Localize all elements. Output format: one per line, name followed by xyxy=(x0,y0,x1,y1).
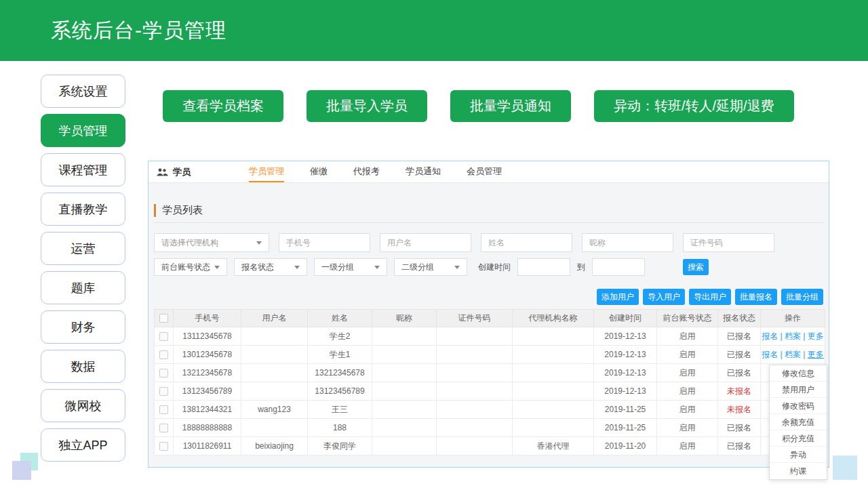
nickname-cell xyxy=(372,364,437,382)
more-menu-item[interactable]: 修改密码 xyxy=(770,398,827,414)
created-cell: 2019-12-13 xyxy=(594,382,657,401)
more-menu-item[interactable]: 修改信息 xyxy=(770,365,827,382)
more-dropdown-menu: 修改信息禁用用户修改密码余额充值积分充值异动约课 xyxy=(769,365,827,480)
id-number-input[interactable] xyxy=(683,233,774,252)
chevron-down-icon xyxy=(214,266,220,269)
more-menu-item[interactable]: 异动 xyxy=(770,447,827,463)
phone-input[interactable] xyxy=(279,233,370,252)
name-cell: 学生2 xyxy=(308,327,372,346)
module-label-text: 学员 xyxy=(173,166,191,178)
table-row: 13123456789131234567892019-12-13启用未报名 xyxy=(155,382,825,401)
row-action-enroll[interactable]: 报名 xyxy=(762,331,778,341)
student-table: 手机号用户名姓名昵称证件号码代理机构名称创建时间前台账号状态报名状态操作 131… xyxy=(154,309,825,455)
row-action-file[interactable]: 档案 xyxy=(785,350,801,359)
filter-row-1: 请选择代理机构 xyxy=(154,233,823,252)
select-all-header xyxy=(155,310,174,327)
sidebar-item-live-teaching[interactable]: 直播教学 xyxy=(41,192,125,226)
quick-actions-bar: 查看学员档案批量导入学员批量学员通知异动：转班/转人/延期/退费 xyxy=(163,90,794,122)
page-title: 系统后台-学员管理 xyxy=(51,17,226,45)
row-checkbox[interactable] xyxy=(159,369,168,378)
sidebar: 系统设置学员管理课程管理直播教学运营题库财务数据微网校独立APP xyxy=(41,75,125,468)
phone-cell: 18888888888 xyxy=(174,419,241,437)
row-action-more[interactable]: 更多 xyxy=(808,350,824,359)
created-to-input[interactable] xyxy=(592,258,645,276)
select-all-checkbox[interactable] xyxy=(159,314,168,323)
row-action-file[interactable]: 档案 xyxy=(785,331,801,341)
quick-action-transfer-actions[interactable]: 异动：转班/转人/延期/退费 xyxy=(594,90,794,122)
select-placeholder: 二级分组 xyxy=(401,262,434,273)
username-cell xyxy=(241,382,308,401)
enroll-status-cell: 已报名 xyxy=(718,327,761,346)
select-cell xyxy=(155,382,174,401)
id-number-cell xyxy=(437,346,513,364)
add-user-button[interactable]: 添加用户 xyxy=(597,289,639,305)
id-number-cell xyxy=(437,437,513,455)
row-checkbox[interactable] xyxy=(159,424,168,432)
username-cell: beixiaojing xyxy=(241,437,308,455)
tab-payment-reminder[interactable]: 催缴 xyxy=(310,161,328,182)
import-user-button[interactable]: 导入用户 xyxy=(643,289,685,305)
select-placeholder: 前台账号状态 xyxy=(161,262,210,273)
id-number-cell xyxy=(437,382,513,401)
sidebar-item-data[interactable]: 数据 xyxy=(41,350,125,383)
chevron-down-icon xyxy=(294,266,300,269)
more-menu-item[interactable]: 余额充值 xyxy=(770,414,827,430)
group-level1-select[interactable]: 一级分组 xyxy=(314,258,387,276)
row-action-more[interactable]: 更多 xyxy=(808,331,824,341)
account-status-select[interactable]: 前台账号状态 xyxy=(154,258,227,276)
group-level2-select[interactable]: 二级分组 xyxy=(394,258,467,276)
row-checkbox[interactable] xyxy=(159,387,168,396)
agency-select[interactable]: 请选择代理机构 xyxy=(154,233,269,252)
more-menu-item[interactable]: 约课 xyxy=(770,463,827,479)
created-from-input[interactable] xyxy=(517,258,570,276)
export-user-button[interactable]: 导出用户 xyxy=(689,289,731,305)
account-status-cell: 启用 xyxy=(657,364,718,382)
sidebar-item-question-bank[interactable]: 题库 xyxy=(41,271,125,304)
sidebar-item-student-management[interactable]: 学员管理 xyxy=(41,114,125,147)
quick-action-batch-import-students[interactable]: 批量导入学员 xyxy=(307,90,427,122)
account-status-cell: 启用 xyxy=(657,437,718,455)
column-header: 代理机构名称 xyxy=(513,310,594,327)
sidebar-item-system-settings[interactable]: 系统设置 xyxy=(41,75,125,108)
tab-member-management[interactable]: 会员管理 xyxy=(467,161,502,182)
student-panel: 学员 学员管理催缴代报考学员通知会员管理 学员列表 请选择代理机构 前台账号状态… xyxy=(148,161,829,468)
students-icon xyxy=(157,168,168,176)
created-cell: 2019-11-25 xyxy=(594,401,657,419)
row-checkbox[interactable] xyxy=(159,405,168,414)
search-button[interactable]: 搜索 xyxy=(683,259,709,275)
tab-student-notice[interactable]: 学员通知 xyxy=(406,161,441,182)
row-checkbox[interactable] xyxy=(159,332,168,341)
nickname-input[interactable] xyxy=(582,233,673,252)
more-menu-item[interactable]: 禁用用户 xyxy=(770,382,827,398)
enroll-status-select[interactable]: 报名状态 xyxy=(234,258,307,276)
section-divider xyxy=(154,222,823,223)
batch-group-button[interactable]: 批量分组 xyxy=(781,289,823,305)
sidebar-item-course-management[interactable]: 课程管理 xyxy=(41,153,125,186)
name-cell: 学生1 xyxy=(308,346,372,364)
agency-cell xyxy=(513,382,594,401)
column-header: 报名状态 xyxy=(718,310,761,327)
created-time-label: 创建时间 xyxy=(478,262,511,273)
column-header: 前台账号状态 xyxy=(657,310,718,327)
actions-cell: 报名 | 档案 | 更多 xyxy=(761,327,825,346)
more-menu-item[interactable]: 积分充值 xyxy=(770,430,827,447)
nickname-cell xyxy=(372,382,437,401)
quick-action-view-student-files[interactable]: 查看学员档案 xyxy=(163,90,283,122)
sidebar-item-operations[interactable]: 运营 xyxy=(41,232,125,265)
sidebar-item-micro-school[interactable]: 微网校 xyxy=(41,389,125,422)
sidebar-item-finance[interactable]: 财务 xyxy=(41,310,125,344)
sidebar-item-standalone-app[interactable]: 独立APP xyxy=(41,428,125,462)
row-checkbox[interactable] xyxy=(159,350,168,359)
row-action-enroll[interactable]: 报名 xyxy=(762,350,778,359)
name-input[interactable] xyxy=(481,233,572,252)
username-input[interactable] xyxy=(380,233,471,252)
account-status-cell: 启用 xyxy=(657,382,718,401)
quick-action-batch-student-notify[interactable]: 批量学员通知 xyxy=(450,90,571,122)
tab-proxy-exam[interactable]: 代报考 xyxy=(353,161,380,182)
enroll-status-cell: 已报名 xyxy=(718,346,761,364)
table-header-row: 手机号用户名姓名昵称证件号码代理机构名称创建时间前台账号状态报名状态操作 xyxy=(155,310,825,327)
batch-enroll-button[interactable]: 批量报名 xyxy=(735,289,777,305)
row-checkbox[interactable] xyxy=(159,442,168,451)
tab-student-management[interactable]: 学员管理 xyxy=(249,161,284,182)
select-cell xyxy=(155,437,174,455)
